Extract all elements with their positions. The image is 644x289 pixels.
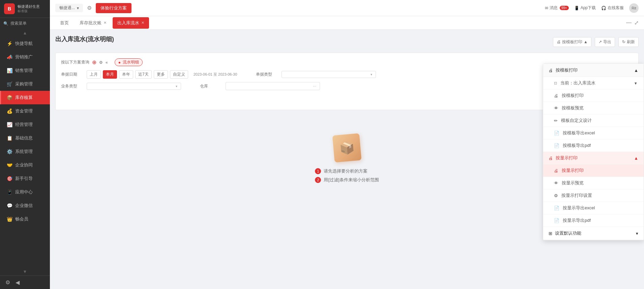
biz-type-label: 业务类型 [61,83,81,89]
sidebar-item-quick-nav[interactable]: ⚡ 快捷导航 [0,37,50,50]
app-download-button[interactable]: 📱 App下载 [574,5,596,11]
sidebar-item-apps[interactable]: 📱 应用中心 [0,185,50,199]
topbar-settings-icon[interactable]: ⚙ [87,5,92,11]
user-dropdown-icon: ▾ [77,6,79,10]
display-export-pdf-icon: 📄 [554,218,559,223]
topbar: 畅捷通... ▾ ⚙ 体验行业方案 ✉ 消息 99+ 📱 App下载 🎧 在线客… [50,0,644,16]
sidebar-item-marketing[interactable]: 📣 营销推广 [0,50,50,64]
add-filter-icon[interactable]: ⊕ [92,59,96,65]
trial-button[interactable]: 体验行业方案 [96,3,131,13]
template-export-excel-item[interactable]: 📄 按模板导出excel [543,127,644,139]
warehouse-more-icon[interactable]: ··· [313,84,316,88]
sidebar-item-purchase[interactable]: 🛒 采购管理 [0,77,50,91]
display-export-excel-item[interactable]: 📄 按显示导出excel [543,202,644,214]
tab-minimize-icon[interactable]: — [626,20,632,26]
export-button[interactable]: ↗ 导出 [595,37,615,47]
tab-inout-flow[interactable]: 出入库流水 ✕ [113,17,149,29]
user-selector[interactable]: 畅捷通... ▾ [55,4,83,12]
date-btn-last-month[interactable]: 上月 [87,70,101,79]
active-filter-tag[interactable]: ● 流水明细 [115,58,143,66]
sidebar-item-label: 畅会员 [15,216,28,222]
biz-type-select[interactable]: ▾ [87,83,181,90]
date-btn-custom[interactable]: 自定义 [170,70,188,79]
filter-settings-icon[interactable]: ⚙ [99,60,103,65]
display-print-settings-item[interactable]: ⚙ 按显示打印设置 [543,189,644,202]
sidebar-item-guide[interactable]: 🎯 新手引导 [0,172,50,185]
type-label: 单据类型 [256,72,276,77]
basic-icon: 📋 [6,135,12,141]
print-template-button[interactable]: 🖨 按模板打印 ▲ [553,37,591,47]
display-print-item[interactable]: 🖨 按显示打印 [543,164,644,177]
operations-icon: 📈 [6,122,12,127]
step-1-text: 请先选择要分析的方案 [324,168,368,174]
sidebar-item-finance[interactable]: 💰 资金管理 [0,104,50,118]
sidebar-item-inventory[interactable]: 📦 库存核算 [0,91,50,104]
sidebar-scroll-down[interactable]: ▼ [0,268,50,275]
sidebar-item-label: 销售管理 [15,68,33,74]
step-2-num: 2 [315,177,321,183]
user-avatar[interactable]: Rit [629,3,639,13]
current-template-item[interactable]: ⊡ 当前：出入库流水 ▾ [543,77,644,89]
settings-bottom-icon[interactable]: ⚙ [5,279,10,286]
template-export-excel-icon: 📄 [554,131,559,136]
display-print-label: 按显示打印 [562,167,584,174]
type-select[interactable]: ▾ [282,71,376,78]
sidebar-item-system[interactable]: ⚙️ 系统管理 [0,145,50,158]
date-range-display: 2023-06-01 至 2023-06-30 [194,72,237,77]
display-export-excel-label: 按显示导出excel [563,205,595,211]
template-print-header[interactable]: 🖨 按模板打印 ▲ [543,64,644,77]
message-button[interactable]: ✉ 消息 99+ [545,5,569,11]
user-display-text: 畅捷通... [59,5,75,11]
template-custom-item[interactable]: ✏ 模板自定义设计 [543,114,644,127]
sidebar-bottom: ⚙ ◀ [0,275,50,289]
display-export-excel-icon: 📄 [554,206,559,211]
online-service-button[interactable]: 🎧 在线客服 [601,5,624,11]
export-icon: ↗ [598,40,602,44]
sidebar-item-operations[interactable]: 📈 经营管理 [0,118,50,131]
refresh-button[interactable]: ↻ 刷新 [618,37,639,47]
tab-inout-flow-close[interactable]: ✕ [141,21,144,25]
sidebar-item-sales[interactable]: 📊 销售管理 [0,64,50,77]
sidebar-item-label: 快捷导航 [15,41,33,47]
sidebar-item-label: 资金管理 [15,108,33,114]
warehouse-select[interactable]: ··· [226,82,320,90]
date-label: 单据日期 [61,72,81,77]
refresh-label: 刷新 [627,39,635,45]
sidebar-item-basic[interactable]: 📋 基础信息 [0,131,50,145]
date-btn-this-month[interactable]: 本月 [103,70,117,79]
collapse-sidebar-icon[interactable]: ◀ [16,279,20,286]
sidebar-item-wechat[interactable]: 💬 企业微信 [0,199,50,212]
template-export-pdf-item[interactable]: 📄 按模板导出pdf [543,139,644,152]
print-template-label: 按模板打印 [562,39,582,45]
template-print-item[interactable]: 🖨 按模板打印 [543,89,644,102]
display-print-subheader[interactable]: 🖨 按显示打印 ▲ [543,152,644,164]
export-label: 导出 [603,39,611,45]
display-print-settings-icon: ⚙ [554,193,558,198]
sidebar-item-label: 采购管理 [15,81,33,87]
sidebar-item-vip[interactable]: 👑 畅会员 [0,212,50,226]
tab-inventory-batch[interactable]: 库存批次账 ✕ [75,17,111,29]
template-print-header-label: 按模板打印 [556,67,578,73]
topbar-right: ✉ 消息 99+ 📱 App下载 🎧 在线客服 Rit [545,3,639,13]
finance-icon: 💰 [6,108,12,114]
tab-home[interactable]: 首页 [55,17,74,29]
date-btn-this-year[interactable]: 本年 [119,70,133,79]
sidebar-item-enterprise[interactable]: 🤝 企业协同 [0,158,50,172]
display-print-chevron-up: ▲ [634,156,638,161]
enterprise-icon: 🤝 [6,162,12,168]
message-icon: ✉ [545,6,548,10]
display-export-pdf-item[interactable]: 📄 按显示导出pdf [543,214,644,227]
filter-collapse-icon[interactable]: « [106,60,108,65]
phone-icon: 📱 [574,6,579,10]
print-dropdown-panel: 🖨 按模板打印 ▲ ⊡ 当前：出入库流水 ▾ 🖨 按模板打印 👁 按模板预览 ✏ [543,63,644,240]
date-btn-last-7-days[interactable]: 近7天 [135,70,152,79]
set-default-section[interactable]: ⊞ 设置默认功能 ▾ [543,227,644,240]
template-preview-item[interactable]: 👁 按模板预览 [543,102,644,114]
date-btn-more[interactable]: 更多 [154,70,168,79]
display-preview-item[interactable]: 👁 按显示预览 [543,177,644,189]
marketing-icon: 📣 [6,54,12,60]
tab-inventory-batch-close[interactable]: ✕ [104,21,107,25]
tab-maximize-icon[interactable]: ⤢ [634,20,639,26]
sidebar-search[interactable]: 🔍 搜索菜单 [0,18,50,29]
sidebar-scroll-up[interactable]: ▲ [0,29,50,37]
